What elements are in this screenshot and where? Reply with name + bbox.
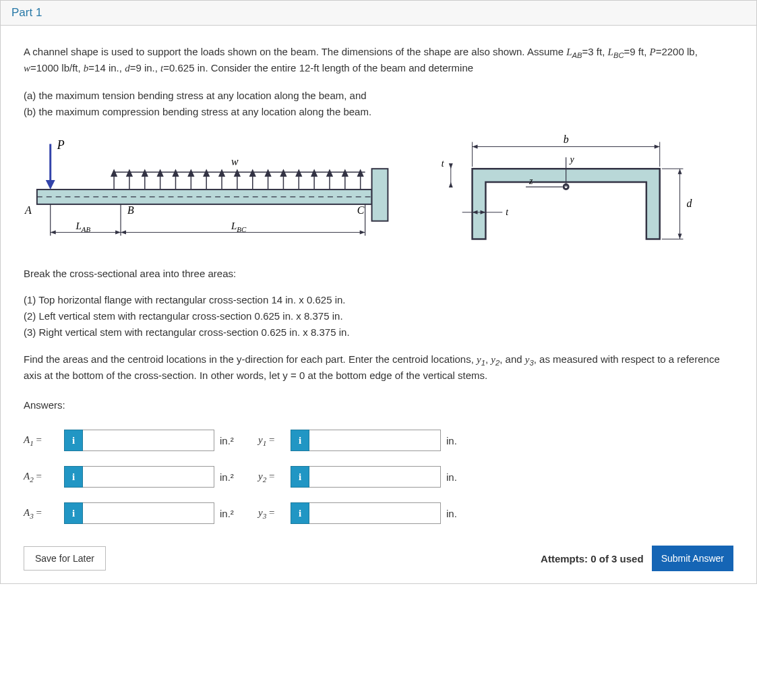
diagram-svg: P: [24, 132, 733, 253]
submit-answer-button[interactable]: Submit Answer: [652, 546, 733, 571]
label-w: w: [231, 156, 239, 167]
centroid-input-1[interactable]: [309, 430, 441, 451]
subquestions: (a) the maximum tension bending stress a…: [24, 88, 733, 119]
text: =3 ft,: [582, 46, 608, 57]
svg-marker-11: [188, 170, 193, 176]
var-LAB: L: [566, 47, 572, 57]
svg-marker-42: [655, 144, 660, 148]
problem-container: Part 1 A channel shape is used to suppor…: [0, 0, 757, 584]
label-t2: t: [506, 206, 509, 216]
svg-marker-50: [678, 233, 682, 239]
sub-1: 1: [481, 359, 485, 367]
unit-label: in.: [441, 506, 485, 521]
cross-section: b y z t t: [442, 134, 692, 239]
w-arrows: [111, 170, 363, 189]
svg-marker-44: [449, 182, 453, 187]
svg-marker-5: [142, 170, 148, 176]
unit-label: in.²: [214, 470, 258, 485]
label-LAB: LAB: [75, 220, 90, 233]
label-P: P: [57, 138, 65, 152]
sub-a: (a) the maximum tension bending stress a…: [24, 88, 733, 103]
intro-paragraph: A channel shape is used to support the l…: [24, 45, 733, 76]
text: Find the areas and the centroid location…: [24, 353, 477, 365]
text: =0.625 in. Consider the entire 12-ft len…: [163, 62, 473, 74]
label-LBC: LBC: [231, 220, 247, 233]
item-2: (2) Left vertical stem with rectangular …: [24, 309, 733, 324]
item-1: (1) Top horizontal flange with rectangul…: [24, 293, 733, 308]
attempts-text: Attempts: 0 of 3 used: [541, 552, 644, 566]
answer-row: A2 =iin.²y2 =iin.: [24, 466, 733, 488]
var-LBC: L: [608, 47, 613, 57]
text: =1000 lb/ft,: [30, 62, 84, 74]
unit-label: in.: [441, 470, 485, 485]
footer-right: Attempts: 0 of 3 used Submit Answer: [541, 546, 733, 571]
svg-marker-49: [678, 169, 682, 174]
text: =2200 lb,: [656, 46, 698, 57]
label-b: b: [564, 134, 569, 145]
unit-label: in.²: [214, 434, 258, 448]
info-icon[interactable]: i: [64, 430, 83, 451]
var-LAB-sub: AB: [572, 51, 582, 59]
var-y2: y: [491, 354, 495, 365]
svg-marker-41: [473, 144, 478, 148]
text: =14 in.,: [88, 62, 125, 74]
label-t1: t: [442, 158, 445, 169]
break-paragraph: Break the cross-sectional area into thre…: [24, 266, 733, 281]
item-3: (3) Right vertical stem with rectangular…: [24, 325, 733, 340]
label-C: C: [357, 204, 365, 215]
centroid-input-3[interactable]: [309, 502, 441, 524]
wall: [372, 169, 388, 221]
answer-row: A3 =iin.²y3 =iin.: [24, 502, 733, 524]
sub-b: (b) the maximum compression bending stre…: [24, 105, 733, 119]
area-input-2[interactable]: [83, 466, 214, 488]
info-icon[interactable]: i: [291, 430, 309, 451]
info-icon[interactable]: i: [291, 466, 309, 488]
label-d: d: [686, 197, 692, 208]
label-z: z: [528, 176, 533, 186]
svg-marker-23: [280, 170, 286, 176]
content-area: A channel shape is used to support the l…: [1, 26, 756, 583]
svg-marker-19: [250, 170, 255, 176]
unit-label: in.²: [214, 506, 258, 521]
var-label-y: y2 =: [258, 469, 291, 485]
svg-marker-25: [296, 170, 301, 176]
svg-marker-7: [158, 170, 163, 176]
svg-marker-29: [327, 170, 332, 176]
part-header: Part 1: [1, 1, 756, 26]
info-icon[interactable]: i: [64, 502, 83, 524]
var-label-A: A2 =: [24, 469, 64, 485]
answer-rows: A1 =iin.²y1 =iin.A2 =iin.²y2 =iin.A3 =ii…: [24, 430, 733, 524]
area-input-3[interactable]: [83, 502, 214, 524]
var-w: w: [24, 63, 30, 74]
svg-marker-13: [204, 170, 209, 176]
svg-marker-17: [235, 170, 240, 176]
p-arrow-head: [46, 180, 55, 189]
var-P: P: [649, 47, 655, 57]
diagram: P: [24, 132, 733, 253]
var-LBC-sub: BC: [613, 51, 624, 59]
svg-marker-3: [127, 170, 132, 176]
svg-marker-31: [342, 170, 348, 176]
svg-marker-15: [219, 170, 224, 176]
find-paragraph: Find the areas and the centroid location…: [24, 352, 733, 383]
save-for-later-button[interactable]: Save for Later: [24, 546, 106, 571]
svg-marker-36: [121, 230, 126, 234]
label-B: B: [127, 204, 134, 215]
var-d: d: [125, 63, 130, 74]
unit-label: in.: [441, 434, 485, 448]
label-A: A: [24, 204, 32, 215]
var-label-A: A1 =: [24, 433, 64, 448]
svg-marker-43: [449, 163, 453, 169]
answers-label: Answers:: [24, 398, 733, 413]
svg-marker-21: [266, 170, 271, 176]
centroid-input-2[interactable]: [309, 466, 441, 488]
svg-marker-35: [115, 230, 121, 234]
info-icon[interactable]: i: [291, 502, 309, 524]
svg-marker-1: [111, 170, 117, 176]
area-input-1[interactable]: [83, 430, 214, 451]
svg-marker-9: [173, 170, 179, 176]
text: A channel shape is used to support the l…: [24, 46, 566, 57]
info-icon[interactable]: i: [64, 466, 83, 488]
var-label-A: A3 =: [24, 506, 64, 521]
var-y1: y: [477, 354, 481, 365]
